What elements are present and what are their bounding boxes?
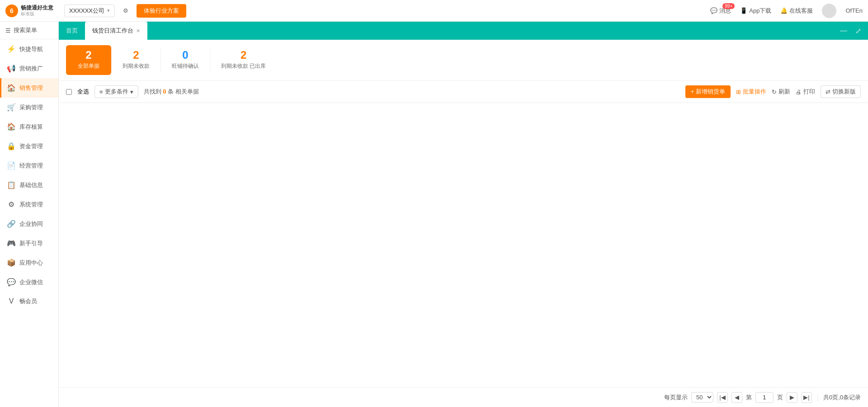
pagination-divider bbox=[817, 394, 818, 401]
minimize-icon[interactable]: — bbox=[837, 24, 850, 37]
logo-area: 6 畅捷通好生意 标准版 bbox=[5, 5, 64, 17]
search-icon: ☰ bbox=[5, 27, 11, 34]
filter-label: 更多条件 bbox=[105, 88, 128, 96]
last-page-button[interactable]: ▶| bbox=[801, 392, 812, 403]
card-wangpu-label: 旺铺待确认 bbox=[172, 62, 199, 70]
switch-version-button[interactable]: ⇄ 切换新版 bbox=[821, 85, 861, 98]
company-selector[interactable]: XXXXXX公司 ▾ bbox=[64, 5, 115, 17]
logo-main: 畅捷通好生意 bbox=[21, 5, 53, 11]
online-service-button[interactable]: 🔔 在线客服 bbox=[780, 7, 813, 15]
trial-button[interactable]: 体验行业方案 bbox=[137, 4, 186, 18]
page-number-input[interactable] bbox=[755, 392, 774, 403]
logo-sub: 标准版 bbox=[21, 11, 53, 17]
marketing-icon: 📢 bbox=[7, 64, 16, 73]
online-service-label: 在线客服 bbox=[789, 7, 813, 15]
logo-text: 畅捷通好生意 标准版 bbox=[21, 5, 53, 16]
sidebar-item-membership[interactable]: V 畅会员 bbox=[0, 292, 58, 311]
sidebar-item-label: 采购管理 bbox=[19, 103, 43, 112]
batch-operations-button[interactable]: ⊞ 批量操作 bbox=[736, 88, 766, 96]
enterprise-wechat-icon: 💬 bbox=[7, 278, 16, 286]
refresh-icon: ↻ bbox=[772, 89, 777, 95]
sidebar-item-marketing[interactable]: 📢 营销推广 bbox=[0, 59, 58, 78]
pagination-footer: 每页显示 50 |◀ ◀ 第 页 ▶ ▶| 共0页,0条记录 bbox=[59, 387, 868, 407]
search-menu-label: 搜索菜单 bbox=[14, 26, 37, 34]
sidebar-item-enterprise[interactable]: 🔗 企业协同 bbox=[0, 214, 58, 234]
company-name: XXXXXX公司 bbox=[69, 7, 104, 15]
sidebar-item-label: 系统管理 bbox=[19, 201, 43, 209]
next-page-button[interactable]: ▶ bbox=[787, 392, 797, 403]
select-all-label: 全选 bbox=[77, 88, 89, 96]
sidebar: ☰ 搜索菜单 ⚡ 快捷导航 📢 营销推广 🏠 销售管理 🛒 采购管理 🏠 库存核… bbox=[0, 22, 59, 407]
filter-icon: ≡ bbox=[99, 89, 103, 95]
maximize-icon[interactable]: ⤢ bbox=[852, 24, 864, 37]
sidebar-item-purchase[interactable]: 🛒 采购管理 bbox=[0, 98, 58, 117]
operations-icon: 📄 bbox=[7, 161, 16, 170]
close-tab-icon[interactable]: ✕ bbox=[136, 28, 140, 34]
tab-home-label: 首页 bbox=[66, 27, 78, 35]
sidebar-item-label: 快捷导航 bbox=[19, 45, 43, 53]
tab-cash-daily[interactable]: 钱货日清工作台 ✕ bbox=[85, 22, 147, 40]
tab-home[interactable]: 首页 bbox=[59, 22, 85, 40]
service-icon: 🔔 bbox=[780, 7, 788, 14]
found-count: 0 bbox=[163, 88, 166, 95]
sidebar-item-label: 销售管理 bbox=[19, 84, 43, 92]
header: 6 畅捷通好生意 标准版 XXXXXX公司 ▾ ⚙ 体验行业方案 💬 消息 99… bbox=[0, 0, 868, 22]
basic-info-icon: 📋 bbox=[7, 181, 16, 189]
card-overdue-unshipped[interactable]: 2 到期未收款 已出库 bbox=[210, 45, 277, 75]
card-overdue-uncollected[interactable]: 2 到期未收款 bbox=[112, 45, 160, 75]
sidebar-item-basic-info[interactable]: 📋 基础信息 bbox=[0, 175, 58, 195]
search-menu-button[interactable]: ☰ 搜索菜单 bbox=[0, 22, 58, 39]
add-sales-order-button[interactable]: + 新增销货单 bbox=[685, 85, 731, 98]
toolbar-right: + 新增销货单 ⊞ 批量操作 ↻ 刷新 🖨 打印 ⇄ bbox=[685, 85, 861, 98]
first-page-button[interactable]: |◀ bbox=[717, 392, 728, 403]
card-all[interactable]: 2 全部单据 bbox=[66, 45, 111, 75]
print-button[interactable]: 🖨 打印 bbox=[796, 88, 815, 96]
batch-label: 批量操作 bbox=[743, 88, 766, 96]
page-label: 第 bbox=[746, 393, 752, 402]
avatar[interactable] bbox=[822, 4, 836, 18]
filter-button[interactable]: ≡ 更多条件 ▾ bbox=[94, 85, 138, 98]
sidebar-item-inventory[interactable]: 🏠 库存核算 bbox=[0, 117, 58, 136]
sidebar-item-system[interactable]: ⚙ 系统管理 bbox=[0, 195, 58, 214]
card-overdue-unshipped-label: 到期未收款 已出库 bbox=[221, 62, 266, 70]
total-info: 共0页,0条记录 bbox=[823, 393, 861, 402]
app-download-button[interactable]: 📱 App下载 bbox=[740, 7, 771, 15]
card-all-count: 2 bbox=[85, 49, 91, 61]
sidebar-item-operations[interactable]: 📄 经营管理 bbox=[0, 156, 58, 175]
sidebar-item-sales[interactable]: 🏠 销售管理 bbox=[0, 78, 58, 98]
per-page-select[interactable]: 50 bbox=[691, 392, 713, 402]
user-name: OfTEn bbox=[845, 7, 863, 14]
per-page-label: 每页显示 bbox=[664, 393, 688, 402]
purchase-icon: 🛒 bbox=[7, 103, 16, 112]
chevron-down-icon: ▾ bbox=[130, 89, 133, 95]
messages-button[interactable]: 💬 消息 99+ bbox=[710, 7, 731, 15]
sidebar-item-guide[interactable]: 🎮 新手引导 bbox=[0, 234, 58, 253]
card-overdue-unshipped-count: 2 bbox=[241, 49, 246, 61]
message-icon: 💬 bbox=[710, 7, 717, 14]
sidebar-item-quick-nav[interactable]: ⚡ 快捷导航 bbox=[0, 39, 58, 59]
sidebar-item-label: 新手引导 bbox=[19, 239, 43, 248]
quick-nav-icon: ⚡ bbox=[7, 45, 16, 53]
refresh-button[interactable]: ↻ 刷新 bbox=[772, 88, 790, 96]
batch-icon: ⊞ bbox=[736, 89, 741, 95]
header-right: 💬 消息 99+ 📱 App下载 🔔 在线客服 OfTEn bbox=[710, 4, 863, 18]
card-wangpu-pending[interactable]: 0 旺铺待确认 bbox=[161, 45, 210, 75]
sidebar-item-enterprise-wechat[interactable]: 💬 企业微信 bbox=[0, 272, 58, 292]
print-icon: 🖨 bbox=[796, 89, 802, 95]
content-area: 首页 钱货日清工作台 ✕ — ⤢ 2 全部单据 2 bbox=[59, 22, 868, 407]
switch-label: 切换新版 bbox=[832, 88, 856, 96]
found-text: 共找到 0 条 相关单据 bbox=[144, 88, 199, 96]
card-overdue-label: 到期未收款 bbox=[123, 62, 150, 70]
settings-button[interactable]: ⚙ bbox=[118, 4, 133, 18]
select-all-checkbox[interactable] bbox=[66, 89, 72, 95]
prev-page-button[interactable]: ◀ bbox=[731, 392, 742, 403]
finance-icon: 🔒 bbox=[7, 142, 16, 150]
membership-icon: V bbox=[7, 297, 16, 305]
app-download-icon: 📱 bbox=[740, 7, 747, 14]
card-all-label: 全部单据 bbox=[78, 62, 99, 70]
sidebar-item-finance[interactable]: 🔒 资金管理 bbox=[0, 136, 58, 156]
sidebar-item-label: 畅会员 bbox=[19, 297, 37, 305]
refresh-label: 刷新 bbox=[778, 88, 790, 96]
sidebar-item-app-center[interactable]: 📦 应用中心 bbox=[0, 253, 58, 272]
print-label: 打印 bbox=[803, 88, 815, 96]
